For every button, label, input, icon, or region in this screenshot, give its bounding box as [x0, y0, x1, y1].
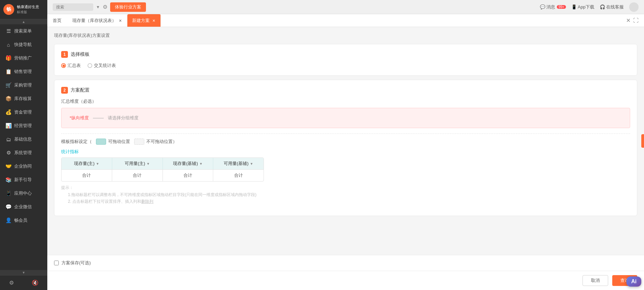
step2-header: 2 方案配置 — [61, 87, 630, 94]
tab-home[interactable]: 首页 — [53, 14, 66, 27]
sidebar-item-inventory[interactable]: 📦 库存核算 — [0, 92, 47, 105]
user-avatar[interactable] — [629, 2, 639, 12]
ai-float-button[interactable]: Ai — [626, 276, 641, 287]
sidebar-item-label: 库存核算 — [14, 96, 32, 102]
tab-new-plan[interactable]: 新建方案 × — [127, 14, 161, 27]
legend-draggable-label: 可拖动位置 — [108, 139, 130, 145]
sidebar-item-label: 营销推广 — [14, 55, 32, 61]
cancel-button[interactable]: 取消 — [583, 275, 608, 286]
tip-label: 提示： — [61, 185, 630, 191]
col-header-1[interactable]: 可用量(主) ▼ — [112, 158, 163, 169]
sidebar-item-purchase[interactable]: 🛒 采购管理 — [0, 78, 47, 92]
col-header-2[interactable]: 现存量(基辅) ▼ — [163, 158, 214, 169]
radio-cross-label: 交叉统计表 — [94, 63, 116, 69]
radio-cross[interactable]: 交叉统计表 — [88, 63, 116, 69]
sidebar-item-sales[interactable]: 📋 销售管理 — [0, 65, 47, 78]
legend-non-draggable: 不可拖动位置） — [134, 139, 177, 145]
col-header-label-3: 可用量(基辅) — [224, 161, 249, 167]
sidebar-item-label: 经营管理 — [14, 123, 32, 129]
col-header-3[interactable]: 可用量(基辅) ▼ — [213, 158, 264, 169]
basic-info-icon: 🗂 — [5, 136, 11, 142]
sidebar-scroll-up[interactable]: ▲ — [0, 19, 47, 24]
sidebar-item-label: 企业微信 — [14, 204, 32, 210]
quick-nav-icon: ⌂ — [5, 42, 11, 48]
app-download-button[interactable]: 📱 App下载 — [571, 4, 594, 10]
enterprise-icon: 🤝 — [5, 163, 11, 169]
sidebar-bottom: ⚙ 🔇 — [0, 275, 47, 290]
step1-title: 选择模板 — [71, 51, 90, 57]
tab-inventory-status[interactable]: 现存量（库存状况表） × — [68, 14, 127, 27]
step2-card: 2 方案配置 汇总维度（必选） *纵向维度 —— 请选择分组维度 模板指标设定（… — [54, 80, 637, 216]
window-close-button[interactable]: ✕ — [626, 17, 630, 24]
radio-summary[interactable]: 汇总表 — [61, 63, 81, 69]
dimension-section-label: 汇总维度（必选） — [61, 98, 630, 104]
sidebar-item-basic-info[interactable]: 🗂 基础信息 — [0, 132, 47, 146]
sidebar-item-system[interactable]: ⚙ 系统管理 — [0, 146, 47, 160]
step1-header: 1 选择模板 — [61, 51, 630, 58]
search-input[interactable] — [53, 3, 93, 11]
search-dropdown-icon[interactable]: ▼ — [96, 5, 100, 9]
main-area: ▼ ⚙ 体验行业方案 💬 消息 99+ 📱 App下载 🎧 在线客服 首页 现存 — [47, 0, 644, 290]
dimension-box[interactable]: *纵向维度 —— 请选择分组维度 — [61, 108, 630, 128]
sidebar-item-label: 销售管理 — [14, 69, 32, 75]
step2-number: 2 — [61, 87, 68, 94]
sidebar-item-member[interactable]: 👤 畅会员 — [0, 214, 47, 227]
sidebar-item-search-menu[interactable]: ☰ 搜索菜单 — [0, 24, 47, 38]
save-label: 方案保存(可选) — [61, 260, 91, 266]
inventory-icon: 📦 — [5, 96, 11, 102]
stat-table: 现存量(主) ▼ 可用量(主) ▼ 现存量(基辅) ▼ 可用量(基辅) — [61, 158, 264, 182]
message-label: 消息 — [546, 4, 555, 10]
sound-btn[interactable]: 🔇 — [29, 278, 41, 287]
dimension-arrow: —— — [93, 115, 104, 121]
radio-cross-circle — [88, 63, 92, 68]
tab-label: 现存量（库存状况表） — [72, 18, 116, 24]
online-service-button[interactable]: 🎧 在线客服 — [600, 4, 624, 10]
newcomer-icon: 📚 — [5, 177, 11, 183]
app-icon: 📱 — [571, 4, 577, 9]
message-button[interactable]: 💬 消息 99+ — [540, 4, 566, 10]
sidebar-item-app-center[interactable]: 📱 应用中心 — [0, 187, 47, 200]
tab-close-button[interactable]: × — [118, 18, 122, 23]
tip-item-2: 2. 点击标题栏下拉可设置排序、插入列和删除列 — [61, 199, 630, 204]
sidebar: 畅 畅康通好生意 标准版 ▲ ☰ 搜索菜单 ⌂ 快捷导航 🎁 营销推广 📋 销售… — [0, 0, 47, 290]
col-header-label-1: 可用量(主) — [125, 161, 145, 167]
col-cell-1: 合计 — [112, 170, 163, 181]
sidebar-item-enterprise[interactable]: 🤝 企业协同 — [0, 160, 47, 173]
settings-btn[interactable]: ⚙ — [6, 278, 17, 287]
sidebar-item-newcomer[interactable]: 📚 新手引导 — [0, 173, 47, 187]
stat-label: 统计指标 — [61, 149, 630, 155]
col-chevron-1: ▼ — [147, 162, 150, 166]
sidebar-item-label: 基础信息 — [14, 136, 32, 142]
sidebar-item-label: 畅会员 — [14, 217, 27, 223]
topbar: ▼ ⚙ 体验行业方案 💬 消息 99+ 📱 App下载 🎧 在线客服 — [47, 0, 644, 14]
logo-icon: 畅 — [3, 4, 14, 15]
save-checkbox[interactable] — [54, 261, 59, 265]
settings-gear-icon[interactable]: ⚙ — [103, 4, 107, 10]
operations-icon: 📊 — [5, 123, 11, 129]
sidebar-item-quick-nav[interactable]: ⌂ 快捷导航 — [0, 38, 47, 51]
step2-title: 方案配置 — [71, 87, 90, 93]
app-version: 标准版 — [17, 10, 39, 15]
step1-number: 1 — [61, 51, 68, 58]
sidebar-item-label: 资金管理 — [14, 109, 32, 115]
sidebar-item-wechat[interactable]: 💬 企业微信 — [0, 200, 47, 214]
sidebar-item-finance[interactable]: 💰 资金管理 — [0, 105, 47, 119]
service-label: 在线客服 — [606, 4, 624, 10]
col-header-0[interactable]: 现存量(主) ▼ — [61, 158, 112, 169]
trial-button[interactable]: 体验行业方案 — [110, 2, 146, 12]
sidebar-item-operations[interactable]: 📊 经营管理 — [0, 119, 47, 132]
sidebar-nav: ☰ 搜索菜单 ⌂ 快捷导航 🎁 营销推广 📋 销售管理 🛒 采购管理 📦 库存核… — [0, 24, 47, 270]
tip-delete-link[interactable]: 删除列 — [141, 199, 153, 204]
window-expand-button[interactable]: ⛶ — [633, 17, 639, 24]
sidebar-item-marketing[interactable]: 🎁 营销推广 — [0, 51, 47, 65]
app-logo: 畅 畅康通好生意 标准版 — [0, 0, 47, 19]
app-center-icon: 📱 — [5, 190, 11, 196]
legend-nondraggable-box — [134, 139, 144, 145]
col-chevron-2: ▼ — [199, 162, 203, 166]
col-cell-0: 合计 — [61, 170, 112, 181]
tab-close-active-button[interactable]: × — [152, 18, 156, 23]
action-bar: 取消 查询 — [47, 271, 644, 290]
indicator-label-row: 模板指标设定（ 可拖动位置 不可拖动位置） — [61, 139, 630, 145]
sidebar-scroll-down[interactable]: ▼ — [0, 270, 47, 275]
sidebar-item-label: 采购管理 — [14, 82, 32, 88]
